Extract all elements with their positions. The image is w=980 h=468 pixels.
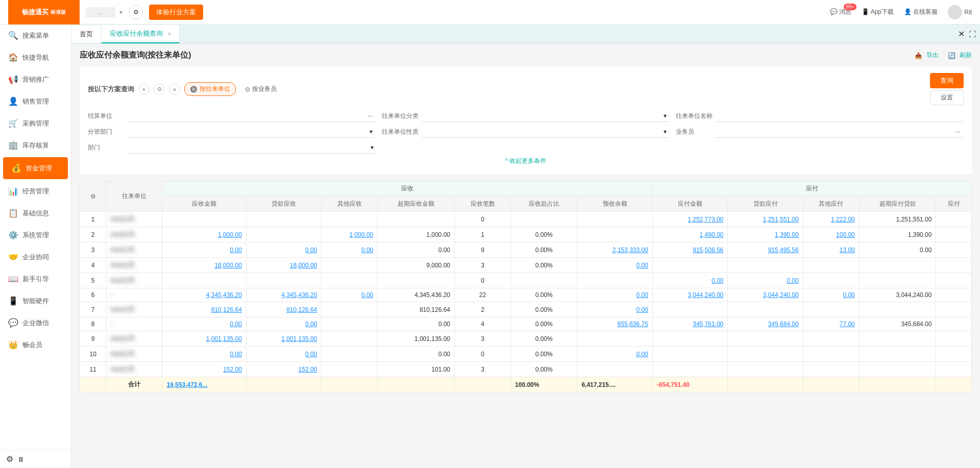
ap-overdue-cell: [859, 273, 936, 288]
trial-button[interactable]: 体验行业方案: [149, 5, 203, 20]
filter-salesperson: 业务员 ···: [676, 126, 964, 138]
ar-loan-cell: 0.00: [246, 317, 321, 331]
sidebar-item-quick-nav[interactable]: 🏠 快捷导航: [0, 46, 71, 68]
dropdown-icon[interactable]: ▾: [119, 9, 122, 16]
ar-group-header: 应收: [162, 181, 652, 196]
filter-collapse-icon[interactable]: «: [169, 84, 180, 95]
ar-amount-cell: 4,345,436.20: [162, 288, 246, 302]
maximize-icon[interactable]: ⛶: [969, 30, 976, 38]
sidebar-item-wechat[interactable]: 💬 企业微信: [0, 312, 71, 334]
sidebar-label-purchase: 采购管理: [22, 119, 49, 128]
unit-nature-select[interactable]: ▾: [422, 126, 670, 138]
table-row: 1xxxx公司01,252,773.001,251,551.001,222.00…: [80, 212, 972, 227]
ap-overdue-cell: [859, 331, 936, 347]
pre-balance-cell: [577, 362, 652, 377]
ap-loan-cell: 345,684.00: [728, 317, 803, 331]
tabs-bar: 首页 应收应付余额查询 × ✕ ⛶: [71, 24, 980, 44]
sidebar-item-guide[interactable]: 📖 新手引导: [0, 268, 71, 290]
pre-balance-cell: 0.00: [577, 347, 652, 362]
ar-overdue-cell: 4,345,436.20: [378, 288, 455, 302]
sidebar-item-inventory[interactable]: 🏢 库存核算: [0, 134, 71, 156]
avatar: [948, 5, 962, 19]
export-button[interactable]: 导出: [926, 51, 939, 60]
online-service[interactable]: 👤 在线客服: [904, 8, 938, 16]
refresh-button[interactable]: 刷新: [960, 51, 972, 60]
table-gear-icon: ⚙: [90, 193, 96, 200]
sidebar-item-enterprise[interactable]: 🤝 企业协同: [0, 246, 71, 268]
ar-ratio-cell: 0.00%: [511, 242, 577, 258]
settings-icon[interactable]: ⚙: [129, 5, 143, 19]
collapse-more-btn[interactable]: ^ 收起更多条件: [88, 154, 964, 168]
tab-actions: ✕ ⛶: [958, 29, 980, 39]
ar-amount-cell: 1,000.00: [162, 227, 246, 242]
collapse-sidebar-icon[interactable]: ⏸: [17, 455, 24, 463]
tab-home[interactable]: 首页: [71, 26, 102, 43]
sidebar-item-purchase[interactable]: 🛒 采购管理: [0, 112, 71, 134]
dept-mgr-select[interactable]: ▾: [128, 126, 376, 138]
guide-icon: 📖: [8, 274, 18, 284]
filter-unit-name: 往来单位名称: [676, 110, 964, 122]
ap-amount-cell: 1,252,773.00: [652, 212, 727, 227]
sidebar-label-marketing: 营销推广: [22, 75, 49, 84]
ar-loan-cell: 1,001,135.00: [246, 331, 321, 347]
sidebar-item-member[interactable]: 👑 畅会员: [0, 334, 71, 356]
sidebar-item-sales[interactable]: 👤 销售管理: [0, 90, 71, 112]
filter-settings-icon[interactable]: ⊙: [154, 84, 165, 95]
settings-col[interactable]: ⚙: [80, 181, 106, 212]
settings-bottom-icon[interactable]: ⚙: [6, 454, 13, 464]
dept-label: 部门: [88, 143, 125, 152]
ar-other-cell: 0.00: [322, 288, 378, 302]
sidebar-item-smart-hw[interactable]: 📱 智能硬件: [0, 290, 71, 312]
ap-more-cell: [936, 212, 972, 227]
messages-icon[interactable]: 💬 消息 99+: [830, 8, 851, 16]
sidebar-item-funds[interactable]: 💰 资金管理: [3, 157, 68, 179]
page-title-bar: 应收应付余额查询(按往来单位) 📤 导出 🔄 刷新: [80, 50, 972, 61]
query-button[interactable]: 查询: [930, 73, 964, 88]
sidebar-label-funds: 资金管理: [26, 164, 52, 173]
sidebar-item-system[interactable]: ⚙️ 系统管理: [0, 224, 71, 246]
filter-option-by-staff[interactable]: ⊙ 按业务员: [240, 83, 282, 95]
ar-overdue-cell: 1,001,135.00: [378, 331, 455, 347]
user-info[interactable]: Rit: [948, 5, 972, 19]
dept-select[interactable]: ▾: [128, 142, 377, 154]
sidebar-item-search[interactable]: 🔍 搜索菜单: [0, 24, 71, 46]
row-num: 9: [80, 331, 106, 347]
title-actions: 📤 导出 🔄 刷新: [915, 51, 972, 60]
logo: 畅捷通买 标准版: [8, 0, 80, 24]
ap-other-cell: [803, 331, 859, 347]
dots-icon2: ···: [955, 128, 961, 135]
filter-rows: 结算单位 ··· 往来单位分类 ▾ 往来单位名称: [88, 110, 964, 154]
ar-ratio-cell: [511, 273, 577, 288]
sidebar-item-marketing[interactable]: 📢 营销推广: [0, 68, 71, 90]
settings-button[interactable]: 设置: [930, 90, 964, 105]
ar-amount-cell: 810,126.64: [162, 302, 246, 317]
sidebar-label-search: 搜索菜单: [22, 31, 49, 40]
footer-ap-amount: -654,751.40: [652, 377, 727, 392]
close-window-icon[interactable]: ✕: [958, 29, 965, 39]
ar-amount-cell: 152.00: [162, 362, 246, 377]
footer-ap-loan: [728, 377, 803, 392]
app-download[interactable]: 📱 App下载: [862, 8, 894, 16]
filter-header: 按以下方案查询 + ⊙ « 🔘 按往来单位 ⊙ 按业务员 查询 设置: [88, 73, 964, 105]
unit-category-select[interactable]: ▾: [422, 110, 670, 122]
tab-close-icon[interactable]: ×: [168, 31, 171, 37]
ap-loan-cell: [728, 302, 803, 317]
unit-cell: xxxx公司: [106, 242, 162, 258]
unit-cell: ↑: [106, 317, 162, 331]
unit-name-input[interactable]: [716, 110, 964, 122]
ar-overdue-cell: 9,000.00: [378, 258, 455, 273]
ar-count-cell: 3: [454, 331, 510, 347]
sidebar-item-operations[interactable]: 📊 经营管理: [0, 180, 71, 202]
sidebar-item-basic-info[interactable]: 📋 基础信息: [0, 202, 71, 224]
filter-option-by-unit[interactable]: 🔘 按往来单位: [184, 82, 236, 96]
settlement-select[interactable]: ···: [128, 110, 376, 122]
salesperson-select[interactable]: ···: [716, 126, 964, 138]
filter-add-icon[interactable]: +: [138, 84, 150, 95]
breadcrumb: ... ▾: [86, 7, 122, 17]
pre-balance-cell: 0.00: [577, 302, 652, 317]
ar-ratio-cell: 0.00%: [511, 258, 577, 273]
pre-balance-cell: [577, 331, 652, 347]
tab-ar-ap[interactable]: 应收应付余额查询 ×: [102, 25, 180, 43]
ar-ratio-cell: 0.00%: [511, 362, 577, 377]
unit-cell: xxxx公司: [106, 273, 162, 288]
